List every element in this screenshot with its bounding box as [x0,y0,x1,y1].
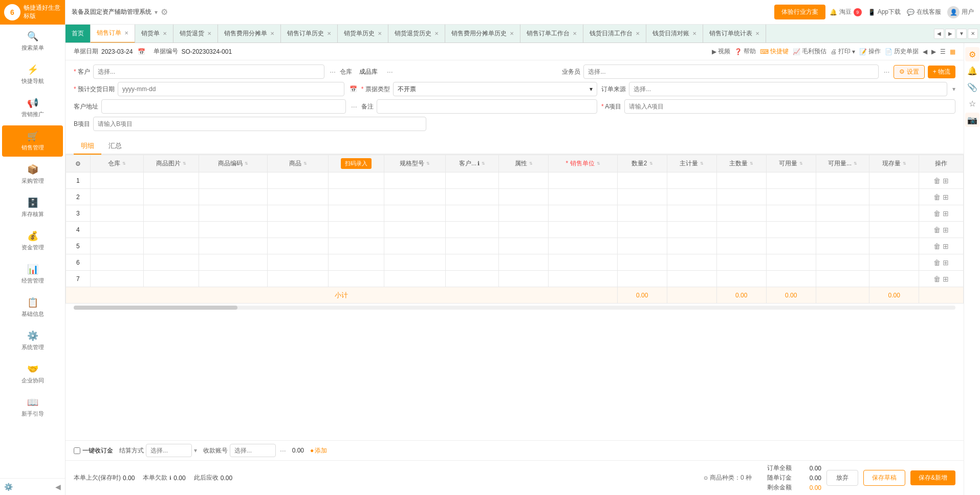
cell-4-3[interactable] [268,222,329,238]
cell-6-8[interactable] [549,254,617,271]
cell-2-6[interactable] [445,189,498,205]
order-source-dropdown-icon[interactable]: ▾ [952,85,955,93]
warehouse-expand-icon[interactable]: ··· [387,68,393,76]
cell-6-13[interactable] [816,254,869,271]
cell-4-14[interactable] [869,222,919,238]
tab-daily-workbench[interactable]: 钱货日清工作台 ✕ [583,25,646,43]
cell-4-0[interactable] [90,222,143,238]
nav-next-button[interactable]: ▶ [931,48,936,55]
cell-7-4[interactable] [329,271,384,287]
help-button[interactable]: ❓ 帮助 [734,47,756,56]
quick-deposit-checkbox[interactable] [74,447,80,454]
cell-4-6[interactable] [445,222,498,238]
tab-goods-history-close[interactable]: ✕ [378,31,382,36]
tab-return-history[interactable]: 销货退货历史 ✕ [388,25,445,43]
sidebar-item-basic-info[interactable]: 📋 基础信息 [2,292,63,323]
row-copy-1[interactable]: ⊞ [943,177,949,185]
cell-2-0[interactable] [90,189,143,205]
cell-6-2[interactable] [199,254,267,271]
tab-stats-close[interactable]: ✕ [755,31,759,36]
th-current-sort[interactable]: ⇅ [903,161,906,166]
th-available-sort[interactable]: ⇅ [799,161,803,166]
sidebar-item-sales[interactable]: 🛒 销售管理 [2,125,63,157]
row-copy-5[interactable]: ⊞ [943,242,949,250]
cell-1-0[interactable] [90,173,143,189]
calendar-icon[interactable]: 📅 [138,48,145,55]
cell-3-12[interactable] [766,205,816,222]
user-menu[interactable]: 👤 用户 [947,6,974,18]
right-panel-star[interactable]: ☆ [965,96,979,111]
right-panel-scan[interactable]: 📷 [965,113,979,127]
cell-7-14[interactable] [869,271,919,287]
tab-fee-history[interactable]: 销售费用分摊单历史 ✕ [445,25,520,43]
topbar-dropdown-icon[interactable]: ▾ [155,9,158,16]
cell-6-9[interactable] [617,254,667,271]
save-new-button[interactable]: 保存&新增 [910,470,955,485]
cell-2-14[interactable] [869,189,919,205]
cell-5-10[interactable] [667,238,716,254]
tab-sales-order-history[interactable]: 销售订单历史 ✕ [281,25,338,43]
nav-prev-button[interactable]: ◀ [923,48,927,55]
address-expand-icon[interactable]: ··· [351,102,357,111]
tab-list-button[interactable]: ▼ [956,29,967,39]
tab-order-workbench[interactable]: 销售订单工作台 ✕ [520,25,583,43]
customer-expand-icon[interactable]: ··· [330,68,336,76]
cell-5-11[interactable] [716,238,766,254]
cell-4-1[interactable] [144,222,199,238]
cell-3-2[interactable] [199,205,267,222]
cell-1-6[interactable] [445,173,498,189]
cell-1-3[interactable] [268,173,329,189]
cell-4-12[interactable] [766,222,816,238]
row-delete-4[interactable]: 🗑 [933,226,941,234]
sidebar-item-quick-nav[interactable]: ⚡ 快捷导航 [2,59,63,90]
cell-5-12[interactable] [766,238,816,254]
staff-expand-icon[interactable]: ··· [884,68,890,76]
a-project-input[interactable] [624,99,955,114]
cell-3-11[interactable] [716,205,766,222]
horizontal-scrollbar[interactable] [74,306,955,310]
scrollbar-thumb[interactable] [74,306,237,310]
tab-home[interactable]: 首页 [66,25,91,43]
invoice-type-select[interactable]: 不开票 ▾ [393,82,597,96]
th-customer-info-icon[interactable]: ℹ [477,160,480,167]
cell-5-9[interactable] [617,238,667,254]
cell-1-5[interactable] [384,173,445,189]
cell-5-0[interactable] [90,238,143,254]
cell-1-8[interactable] [549,173,617,189]
sidebar-item-marketing[interactable]: 📢 营销推广 [2,92,63,123]
cell-4-10[interactable] [667,222,716,238]
cell-6-6[interactable] [445,254,498,271]
th-qty2-sort[interactable]: ⇅ [649,161,653,166]
tab-return-history-close[interactable]: ✕ [434,31,439,36]
cell-6-0[interactable] [90,254,143,271]
save-draft-button[interactable]: 保存草稿 [863,470,905,486]
cell-1-2[interactable] [199,173,267,189]
shortcut-button[interactable]: ⌨ 快捷键 [760,47,789,56]
customer-input[interactable] [93,64,324,79]
grid-view-button[interactable]: ▦ [950,48,955,55]
cell-3-9[interactable] [617,205,667,222]
notice-button[interactable]: 🔔 淘豆 9 [830,8,862,16]
settings-icon[interactable]: ⚙️ [4,483,13,491]
cell-6-5[interactable] [384,254,445,271]
tab-sales-return[interactable]: 销货退货 ✕ [173,25,218,43]
cell-6-10[interactable] [667,254,716,271]
row-delete-5[interactable]: 🗑 [933,242,941,250]
cell-4-4[interactable] [329,222,384,238]
discard-button[interactable]: 放弃 [826,470,858,486]
cell-2-9[interactable] [617,189,667,205]
cell-4-13[interactable] [816,222,869,238]
operation-button[interactable]: 📝 操作 [859,47,881,56]
cell-7-3[interactable] [268,271,329,287]
tab-reconcile[interactable]: 钱货日清对账 ✕ [646,25,703,43]
row-copy-2[interactable]: ⊞ [943,193,949,201]
row-delete-3[interactable]: 🗑 [933,209,941,218]
cell-7-12[interactable] [766,271,816,287]
cell-7-10[interactable] [667,271,716,287]
cell-3-6[interactable] [445,205,498,222]
cell-4-9[interactable] [617,222,667,238]
th-unit-sort[interactable]: ⇅ [597,161,600,166]
th-settings[interactable]: ⚙ [66,155,91,173]
tab-next-button[interactable]: ▶ [945,29,955,39]
cell-5-14[interactable] [869,238,919,254]
